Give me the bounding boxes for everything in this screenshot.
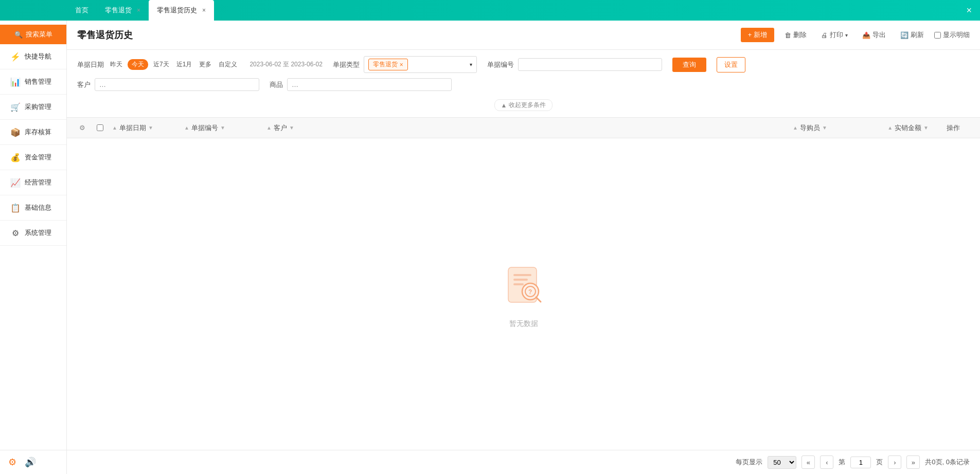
add-button[interactable]: + 新增 <box>741 28 774 42</box>
sidebar-item-inventory-label: 库存核算 <box>25 127 51 137</box>
doc-type-tag-close[interactable]: × <box>400 61 403 68</box>
sidebar-search[interactable]: 🔍 搜索菜单 <box>0 25 66 44</box>
date-opt-yesterday[interactable]: 昨天 <box>108 59 124 70</box>
sidebar-item-finance[interactable]: 💰 资金管理 <box>0 145 66 170</box>
inventory-icon: 📦 <box>10 127 21 137</box>
table-settings-button[interactable]: ⚙ <box>73 124 92 132</box>
date-opt-1month[interactable]: 近1月 <box>174 59 194 70</box>
toolbar: + 新增 🗑 删除 🖨 打印 ▾ 📤 导出 🔄 <box>741 28 970 42</box>
doc-no-label: 单据编号 <box>487 60 514 69</box>
empty-text: 暂无数据 <box>509 319 538 329</box>
sidebar-item-system[interactable]: ⚙ 系统管理 <box>0 221 66 246</box>
date-opt-more[interactable]: 更多 <box>197 59 213 70</box>
page-size-select[interactable]: 50 10 20 100 <box>768 456 796 469</box>
th-date-label: 单据日期 <box>119 123 146 133</box>
th-guide-label: 导购员 <box>800 123 820 133</box>
svg-text:?: ? <box>528 288 532 296</box>
customer-input[interactable] <box>95 78 259 91</box>
export-button[interactable]: 📤 导出 <box>858 28 890 42</box>
sort-asc-amount-icon: ▲ <box>887 125 893 131</box>
print-button[interactable]: 🖨 打印 ▾ <box>817 28 852 42</box>
delete-button[interactable]: 🗑 删除 <box>780 28 811 42</box>
sidebar-item-operations[interactable]: 📈 经营管理 <box>0 170 66 195</box>
th-guide[interactable]: ▲ 导购员 ▼ <box>789 123 871 133</box>
date-opt-custom[interactable]: 自定义 <box>217 59 239 70</box>
first-page-button[interactable]: « <box>801 455 815 469</box>
sidebar-item-quicknav-label: 快捷导航 <box>25 52 51 61</box>
doc-type-select[interactable]: 零售退货 × ▾ <box>364 56 477 73</box>
doc-type-selected-area: 零售退货 × <box>368 59 408 70</box>
print-arrow-icon: ▾ <box>845 32 848 38</box>
tab-retail-return-history[interactable]: 零售退货历史 × <box>149 0 214 21</box>
filter-group-doc-type: 单据类型 零售退货 × ▾ <box>333 56 477 73</box>
filter-group-date: 单据日期 昨天 今天 近7天 近1月 更多 自定义 <box>77 59 239 70</box>
doc-type-arrow: ▾ <box>470 62 472 67</box>
sort-asc-icon: ▲ <box>112 125 117 131</box>
display-detail-checkbox-area[interactable]: 显示明细 <box>934 30 970 40</box>
prev-page-button[interactable]: ‹ <box>820 455 833 469</box>
export-icon: 📤 <box>862 31 870 39</box>
sound-bottom-icon[interactable]: 🔊 <box>25 457 36 468</box>
table-header: ⚙ ▲ 单据日期 ▼ ▲ 单据编号 ▼ ▲ 客户 ▼ <box>67 118 980 138</box>
tab-home-label: 首页 <box>75 6 88 15</box>
goods-input[interactable] <box>287 78 452 91</box>
tab-retail-return[interactable]: 零售退货 × <box>97 0 149 21</box>
query-button[interactable]: 查询 <box>672 58 706 72</box>
settings-bottom-icon[interactable]: ⚙ <box>8 457 16 468</box>
table-select-all-cell[interactable] <box>92 124 108 131</box>
system-icon: ⚙ <box>10 228 21 238</box>
th-action: 操作 <box>933 123 974 133</box>
last-page-button[interactable]: » <box>906 455 920 469</box>
filter-row-2: 客户 商品 <box>77 78 970 91</box>
date-filter-label: 单据日期 <box>77 60 104 69</box>
th-amount[interactable]: ▲ 实销金额 ▼ <box>871 123 933 133</box>
sort-desc-customer-icon: ▼ <box>289 125 294 131</box>
page-number-input[interactable] <box>850 457 871 468</box>
date-options: 昨天 今天 近7天 近1月 更多 自定义 <box>108 59 239 70</box>
refresh-icon: 🔄 <box>900 31 908 39</box>
doc-type-label: 单据类型 <box>333 60 360 69</box>
filter-group-doc-no: 单据编号 <box>487 58 662 71</box>
sidebar-item-purchase[interactable]: 🛒 采购管理 <box>0 95 66 120</box>
finance-icon: 💰 <box>10 152 21 162</box>
th-customer[interactable]: ▲ 客户 ▼ <box>262 123 789 133</box>
sidebar-item-inventory[interactable]: 📦 库存核算 <box>0 120 66 145</box>
tab-retail-return-history-label: 零售退货历史 <box>157 6 197 15</box>
tab-retail-return-label: 零售退货 <box>105 6 132 15</box>
empty-state-icon: ? <box>498 260 549 311</box>
sidebar-item-quicknav[interactable]: ⚡ 快捷导航 <box>0 44 66 69</box>
display-detail-checkbox[interactable] <box>934 32 941 39</box>
sidebar: 🔍 搜索菜单 ⚡ 快捷导航 📊 销售管理 🛒 采购管理 📦 库存核算 💰 资金管… <box>0 21 67 474</box>
empty-state: ? 暂无数据 <box>67 138 980 450</box>
sort-asc-doc-icon: ▲ <box>184 125 189 131</box>
collapse-label: 收起更多条件 <box>509 101 546 110</box>
tab-home[interactable]: 首页 <box>67 0 97 21</box>
th-date[interactable]: ▲ 单据日期 ▼ <box>108 123 180 133</box>
date-opt-7days[interactable]: 近7天 <box>151 59 171 70</box>
window-close-button[interactable]: × <box>966 5 972 16</box>
sidebar-item-sales[interactable]: 📊 销售管理 <box>0 69 66 95</box>
customer-label: 客户 <box>77 80 91 89</box>
refresh-button[interactable]: 🔄 刷新 <box>896 28 928 42</box>
page-header: 零售退货历史 + 新增 🗑 删除 🖨 打印 ▾ 📤 导出 <box>67 21 980 50</box>
search-icon: 🔍 <box>14 31 23 39</box>
next-page-button[interactable]: › <box>888 455 901 469</box>
print-icon: 🖨 <box>821 31 828 39</box>
th-amount-label: 实销金额 <box>895 123 921 133</box>
settings-query-button[interactable]: 设置 <box>717 57 745 72</box>
collapse-arrow-icon: ▲ <box>501 102 507 109</box>
doc-type-tag: 零售退货 × <box>368 59 408 70</box>
th-doc-no[interactable]: ▲ 单据编号 ▼ <box>180 123 262 133</box>
collapse-button[interactable]: ▲ 收起更多条件 <box>494 99 553 111</box>
select-all-checkbox[interactable] <box>97 124 103 131</box>
tab-retail-return-history-close[interactable]: × <box>202 7 206 14</box>
sidebar-item-system-label: 系统管理 <box>25 228 51 238</box>
filter-group-date-range: 2023-06-02 至 2023-06-02 <box>250 60 322 69</box>
th-doc-label: 单据编号 <box>191 123 218 133</box>
filter-group-goods: 商品 <box>270 78 452 91</box>
filter-row-1: 单据日期 昨天 今天 近7天 近1月 更多 自定义 2023-06-02 至 2… <box>77 56 970 73</box>
sidebar-item-basic-info[interactable]: 📋 基础信息 <box>0 195 66 221</box>
tab-retail-return-close[interactable]: × <box>137 7 140 14</box>
date-opt-today[interactable]: 今天 <box>128 59 148 70</box>
doc-no-input[interactable] <box>518 58 662 71</box>
